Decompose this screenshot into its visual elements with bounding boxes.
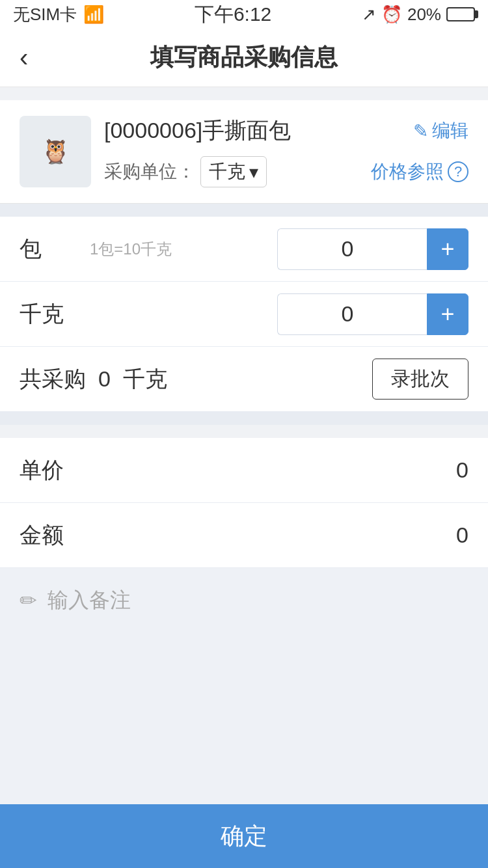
summary-total-unit: 千克 (123, 366, 167, 391)
bag-qty-input[interactable] (277, 228, 427, 270)
bag-input-row: 包 1包=10千克 + (0, 217, 488, 282)
location-icon: ↗ (362, 5, 376, 25)
price-ref-link[interactable]: 价格参照 ? (371, 159, 468, 184)
nav-bar: ‹ 填写商品采购信息 (0, 29, 488, 87)
summary-row: 共采购 0 千克 录批次 (0, 347, 488, 412)
price-ref-label: 价格参照 (371, 159, 444, 184)
battery-percent: 20% (407, 5, 441, 25)
summary-total-label: 共采购 (20, 366, 86, 391)
kg-qty-input[interactable] (277, 293, 427, 335)
product-id: [0000006] (104, 118, 202, 142)
price-ref-question-icon: ? (448, 161, 468, 182)
bag-label: 包 (20, 234, 85, 264)
amount-value: 0 (456, 522, 468, 548)
unit-price-row: 单价 0 (0, 438, 488, 503)
amount-row: 金额 0 (0, 503, 488, 568)
kg-input-row: 千克 + (0, 282, 488, 347)
kg-label: 千克 (20, 299, 85, 329)
kg-plus-button[interactable]: + (427, 293, 468, 335)
unit-price-value: 0 (456, 457, 468, 483)
summary-text: 共采购 0 千克 (20, 364, 167, 394)
edit-link[interactable]: ✎ 编辑 (413, 118, 468, 143)
note-section[interactable]: ✏ 输入备注 (0, 568, 488, 633)
bottom-space (0, 633, 488, 828)
pencil-icon: ✏ (20, 588, 37, 613)
status-bar: 无SIM卡 📶 下午6:12 ↗ ⏰ 20% (0, 0, 488, 29)
bag-sublabel: 1包=10千克 (90, 239, 172, 260)
product-title: 手撕面包 (202, 118, 291, 142)
kg-input-right: + (277, 293, 468, 335)
product-info: [0000006]手撕面包 ✎ 编辑 采购单位： 千克 ▾ 价格参照 ? (104, 116, 468, 187)
section-divider-2 (0, 412, 488, 425)
product-card: 🦉 [0000006]手撕面包 ✎ 编辑 采购单位： 千克 ▾ 价格参照 ? (0, 100, 488, 204)
product-image: 🦉 (20, 116, 91, 187)
note-placeholder: 输入备注 (47, 586, 131, 615)
battery-icon (446, 7, 475, 21)
product-name: [0000006]手撕面包 (104, 116, 291, 146)
batch-button[interactable]: 录批次 (372, 359, 468, 400)
back-button[interactable]: ‹ (20, 43, 28, 72)
amount-label: 金额 (20, 521, 64, 550)
status-bar-time: 下午6:12 (195, 1, 271, 28)
status-bar-right: ↗ ⏰ 20% (362, 5, 475, 25)
product-logo-icon: 🦉 (41, 138, 70, 165)
section-divider-1 (0, 204, 488, 217)
signal-text: 无SIM卡 (13, 3, 77, 26)
dropdown-icon: ▾ (249, 161, 258, 183)
bag-plus-button[interactable]: + (427, 228, 468, 270)
wifi-icon: 📶 (83, 5, 104, 25)
status-bar-left: 无SIM卡 📶 (13, 3, 104, 26)
page-title: 填写商品采购信息 (150, 42, 338, 74)
edit-label: 编辑 (432, 118, 468, 143)
edit-icon: ✎ (413, 120, 428, 142)
product-name-row: [0000006]手撕面包 ✎ 编辑 (104, 116, 468, 146)
info-section: 单价 0 金额 0 (0, 438, 488, 568)
unit-price-label: 单价 (20, 455, 64, 485)
unit-value: 千克 (209, 159, 245, 184)
quantity-input-section: 包 1包=10千克 + 千克 + (0, 217, 488, 347)
confirm-button[interactable]: 确定 (0, 804, 488, 868)
unit-select[interactable]: 千克 ▾ (200, 156, 267, 187)
alarm-icon: ⏰ (381, 5, 402, 25)
bag-input-right: + (277, 228, 468, 270)
summary-total-value: 0 (98, 366, 111, 391)
purchase-unit-row: 采购单位： 千克 ▾ 价格参照 ? (104, 156, 468, 187)
unit-selector-group: 采购单位： 千克 ▾ (104, 156, 267, 187)
purchase-unit-label: 采购单位： (104, 159, 195, 184)
